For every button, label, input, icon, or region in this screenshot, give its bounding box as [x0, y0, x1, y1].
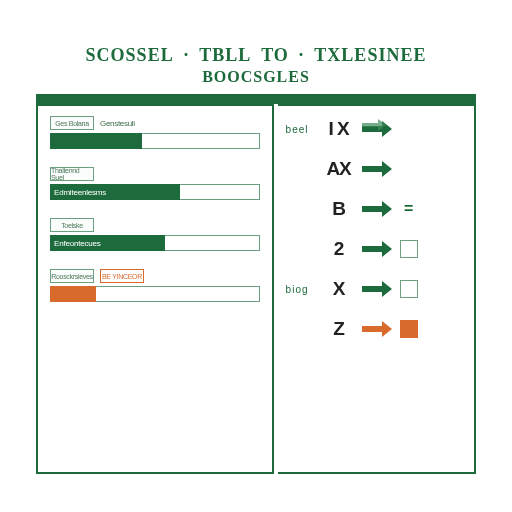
rlabel-5: biog [286, 284, 318, 295]
left-section-2: Thaltennd Suel Edmiteenlesms [50, 167, 260, 200]
char-3: B [324, 198, 354, 220]
left-panel: Ges Bolana Genstesull Thaltennd Suel Edm… [36, 104, 274, 474]
char-6: Z [324, 318, 354, 340]
char-5: X [324, 278, 354, 300]
bar-wrap-1 [50, 133, 260, 149]
rlabel-1: beel [286, 124, 318, 135]
end-1 [400, 120, 418, 138]
tab-3: Toelske [50, 218, 94, 232]
bar-empty-3 [165, 235, 259, 251]
arrow-icon-5 [360, 276, 394, 302]
end-2 [400, 160, 418, 178]
arrow-icon-1 [360, 116, 394, 142]
bar-wrap-4 [50, 286, 260, 302]
left-section-3: Toelske Enfeontecues [50, 218, 260, 251]
arrow-icon-3 [360, 196, 394, 222]
left-section-4: Roosckrsieves BE YINCEOR [50, 269, 260, 302]
title-word-3: TO [261, 45, 289, 66]
title-block: SCOSSEL · TBLL TO · TXLESINEE BOOCSGLES [36, 36, 476, 94]
bar-3: Enfeontecues [50, 235, 165, 251]
right-row-6: Z [286, 316, 466, 342]
title-word-1: SCOSSEL [86, 45, 174, 66]
tab-4: Roosckrsieves [50, 269, 94, 283]
end-4 [400, 240, 418, 258]
equal-icon: = [400, 200, 418, 218]
bar-empty-4 [96, 286, 259, 302]
arrow-icon-6 [360, 316, 394, 342]
char-2: AX [324, 158, 354, 180]
tab-2: Thaltennd Suel [50, 167, 94, 181]
title-dot-2: · [299, 45, 305, 66]
right-row-2: AX [286, 156, 466, 182]
bar-1 [50, 133, 142, 149]
bar-wrap-3: Enfeontecues [50, 235, 260, 251]
right-panel: beel I X AX B = [278, 104, 476, 474]
bar-2: Edmiteenlesms [50, 184, 180, 200]
title-word-4: TXLESINEE [314, 45, 426, 66]
right-row-1: beel I X [286, 116, 466, 142]
tab-1: Ges Bolana [50, 116, 94, 130]
title-dot: · [184, 45, 190, 66]
right-row-3: B = [286, 196, 466, 222]
char-4: 2 [324, 238, 354, 260]
right-row-5: biog X [286, 276, 466, 302]
char-1: I X [324, 118, 354, 140]
title-bar [36, 94, 476, 104]
title-line-2: BOOCSGLES [202, 68, 310, 86]
tab-4b: BE YINCEOR [100, 269, 144, 283]
title-word-2: TBLL [199, 45, 251, 66]
bar-empty-2 [180, 184, 260, 200]
sublabel-1: Genstesull [100, 119, 135, 128]
arrow-icon-2 [360, 156, 394, 182]
left-section-1: Ges Bolana Genstesull [50, 116, 260, 149]
right-row-4: 2 [286, 236, 466, 262]
title-line-1: SCOSSEL · TBLL TO · TXLESINEE [86, 45, 427, 66]
arrow-icon-4 [360, 236, 394, 262]
bar-empty-1 [142, 133, 259, 149]
end-5 [400, 280, 418, 298]
bar-4 [50, 286, 96, 302]
bar-wrap-2: Edmiteenlesms [50, 184, 260, 200]
end-box-icon [400, 320, 418, 338]
